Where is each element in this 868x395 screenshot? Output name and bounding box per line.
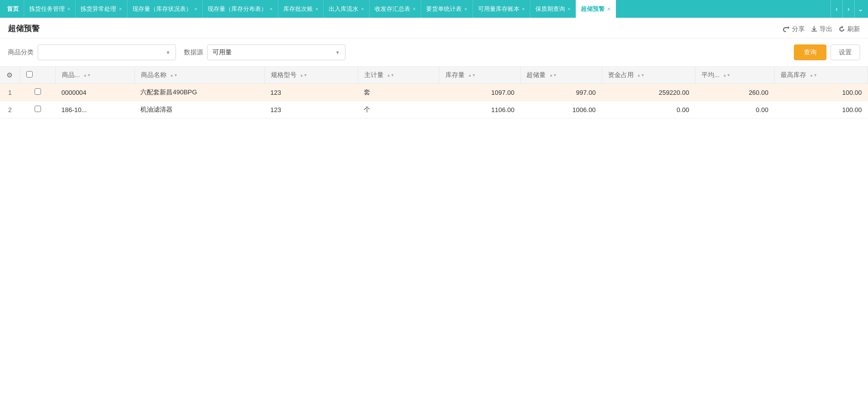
nav-tab-5-close[interactable]: × (315, 6, 318, 12)
row-stock: 1106.00 (439, 101, 520, 118)
export-label: 导出 (820, 25, 832, 34)
nav-tab-3-close[interactable]: × (194, 6, 197, 12)
header-actions: 分享 导出 刷新 (783, 25, 860, 34)
nav-tab-1[interactable]: 拣货任务管理 × (24, 0, 76, 18)
nav-tab-2[interactable]: 拣货异常处理 × (76, 0, 127, 18)
datasource-select[interactable]: 可用量 ▼ (207, 44, 346, 60)
th-stock: 库存量 ▲▼ (439, 67, 520, 84)
row-checkbox-cell[interactable] (20, 84, 55, 101)
share-label: 分享 (792, 25, 805, 34)
row-product-name: 六配套新昌490BPG (134, 84, 264, 101)
row-capital: 0.00 (602, 101, 695, 118)
category-select[interactable]: ▼ (38, 44, 176, 60)
nav-tab-5[interactable]: 库存批次账 × (278, 0, 324, 18)
filter-area: 商品分类 ▼ 数据源 可用量 ▼ 查询 设置 (0, 39, 868, 67)
th-max-stock-label: 最高库存 (781, 71, 806, 79)
page-title: 超储预警 (8, 24, 40, 34)
settings-button[interactable]: 设置 (830, 44, 860, 60)
th-product-code-label: 商品... (62, 71, 80, 79)
sort-product-name-icon[interactable]: ▲▼ (170, 74, 178, 78)
table-row: 2 186-10... 机油滤清器 123 个 1106.00 1006.00 … (0, 101, 868, 118)
row-checkbox-cell[interactable] (20, 101, 55, 118)
category-select-arrow-icon: ▼ (166, 50, 171, 55)
nav-tab-3-label: 现存量（库存状况表） (132, 5, 192, 13)
nav-tab-8-close[interactable]: × (464, 6, 467, 12)
nav-tab-home[interactable]: 首页 (2, 0, 24, 18)
nav-next-button[interactable]: › (842, 0, 854, 18)
nav-tab-1-label: 拣货任务管理 (29, 5, 65, 13)
nav-tab-8[interactable]: 要货单统计表 × (421, 0, 473, 18)
nav-tab-1-close[interactable]: × (67, 6, 70, 12)
export-button[interactable]: 导出 (811, 25, 832, 34)
nav-tab-9-close[interactable]: × (522, 6, 525, 12)
nav-tab-4[interactable]: 现存量（库存分布表） × (203, 0, 278, 18)
th-unit: 主计量 ▲▼ (358, 67, 439, 84)
nav-tab-11-close[interactable]: × (607, 6, 610, 12)
export-icon (811, 26, 818, 33)
th-spec: 规格型号 ▲▼ (264, 67, 358, 84)
nav-tab-10-close[interactable]: × (567, 6, 570, 12)
row-over-stock: 997.00 (521, 84, 602, 101)
nav-home-label: 首页 (7, 5, 19, 13)
datasource-select-value: 可用量 (213, 48, 232, 57)
row-unit: 个 (358, 101, 439, 118)
nav-tab-6[interactable]: 出入库流水 × (324, 0, 369, 18)
nav-tab-4-close[interactable]: × (269, 6, 272, 12)
nav-tab-6-close[interactable]: × (361, 6, 364, 12)
th-product-code: 商品... ▲▼ (55, 67, 134, 84)
row-product-name: 机油滤清器 (134, 101, 264, 118)
row-index: 1 (0, 84, 20, 101)
table-row: 1 0000004 六配套新昌490BPG 123 套 1097.00 997.… (0, 84, 868, 101)
data-table: ⚙ 商品... ▲▼ 商品名称 ▲▼ 规格型号 ▲▼ (0, 67, 868, 118)
row-checkbox[interactable] (35, 88, 41, 95)
nav-tab-8-label: 要货单统计表 (426, 5, 462, 13)
sort-max-stock-icon[interactable]: ▲▼ (810, 74, 818, 78)
page-header: 超储预警 分享 导出 刷新 (0, 18, 868, 39)
row-product-code: 0000004 (55, 84, 134, 101)
share-button[interactable]: 分享 (783, 25, 805, 34)
sort-over-stock-icon[interactable]: ▲▼ (549, 74, 557, 78)
sort-unit-icon[interactable]: ▲▼ (387, 74, 394, 78)
th-settings: ⚙ (0, 67, 20, 84)
datasource-filter-label: 数据源 (184, 48, 203, 57)
sort-capital-icon[interactable]: ▲▼ (637, 74, 645, 78)
top-nav: 首页 拣货任务管理 × 拣货异常处理 × 现存量（库存状况表） × 现存量（库存… (0, 0, 868, 18)
refresh-button[interactable]: 刷新 (838, 25, 860, 34)
th-avg: 平均... ▲▼ (695, 67, 774, 84)
nav-tab-11[interactable]: 超储预警 × (576, 0, 615, 18)
category-filter-group: 商品分类 ▼ (8, 44, 176, 60)
row-unit: 套 (358, 84, 439, 101)
th-over-stock: 超储量 ▲▼ (521, 67, 602, 84)
query-button[interactable]: 查询 (794, 44, 826, 60)
nav-tab-5-label: 库存批次账 (283, 5, 313, 13)
row-checkbox[interactable] (35, 106, 41, 112)
nav-prev-button[interactable]: ‹ (830, 0, 842, 18)
nav-tab-7-close[interactable]: × (413, 6, 416, 12)
th-capital-label: 资金占用 (608, 71, 634, 79)
nav-tab-10[interactable]: 保质期查询 × (530, 0, 576, 18)
sort-product-code-icon[interactable]: ▲▼ (83, 74, 91, 78)
nav-tab-4-label: 现存量（库存分布表） (208, 5, 267, 13)
th-product-name: 商品名称 ▲▼ (134, 67, 264, 84)
nav-tab-9[interactable]: 可用量库存账本 × (473, 0, 530, 18)
th-capital: 资金占用 ▲▼ (602, 67, 695, 84)
sort-spec-icon[interactable]: ▲▼ (300, 74, 307, 78)
th-avg-label: 平均... (701, 71, 720, 79)
sort-avg-icon[interactable]: ▲▼ (723, 74, 731, 78)
nav-tab-7[interactable]: 收发存汇总表 × (370, 0, 421, 18)
table-body: 1 0000004 六配套新昌490BPG 123 套 1097.00 997.… (0, 84, 868, 118)
refresh-label: 刷新 (847, 25, 860, 34)
nav-tab-3[interactable]: 现存量（库存状况表） × (128, 0, 203, 18)
nav-more-button[interactable]: ⌄ (854, 0, 866, 18)
select-all-checkbox[interactable] (26, 71, 33, 78)
datasource-filter-group: 数据源 可用量 ▼ (184, 44, 346, 60)
table-settings-icon[interactable]: ⚙ (6, 71, 13, 79)
row-over-stock: 1006.00 (521, 101, 602, 118)
nav-tab-2-close[interactable]: × (119, 6, 122, 12)
category-filter-label: 商品分类 (8, 48, 34, 57)
row-max-stock: 100.00 (774, 101, 868, 118)
sort-stock-icon[interactable]: ▲▼ (468, 74, 476, 78)
share-icon (783, 26, 790, 33)
filter-right-actions: 查询 设置 (794, 44, 860, 60)
nav-arrows: ‹ › ⌄ (830, 0, 866, 18)
